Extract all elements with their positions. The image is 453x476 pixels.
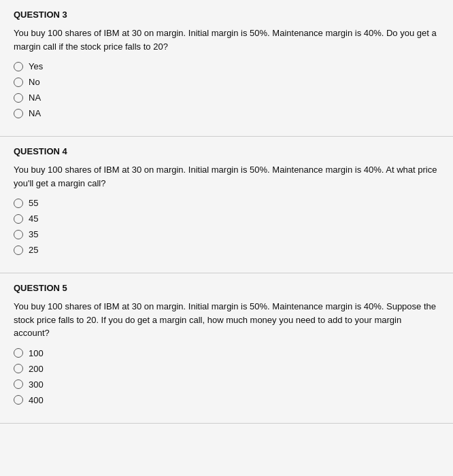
- radio-icon-5-1[interactable]: [14, 364, 23, 373]
- options-list-3: YesNoNANA: [14, 61, 439, 118]
- option-label-5-3: 400: [29, 395, 44, 405]
- option-item-5-2[interactable]: 300: [14, 379, 439, 390]
- question-block-5: QUESTION 5You buy 100 shares of IBM at 3…: [0, 273, 453, 424]
- radio-icon-5-3[interactable]: [14, 395, 23, 405]
- options-list-5: 100200300400: [14, 348, 439, 405]
- question-block-4: QUESTION 4You buy 100 shares of IBM at 3…: [0, 137, 453, 273]
- option-item-4-1[interactable]: 45: [14, 214, 439, 224]
- radio-icon-4-3[interactable]: [14, 245, 23, 255]
- radio-icon-5-2[interactable]: [14, 379, 23, 389]
- option-item-4-0[interactable]: 55: [14, 198, 439, 208]
- options-list-4: 55453525: [14, 198, 439, 255]
- option-label-5-1: 200: [29, 364, 44, 374]
- option-item-5-3[interactable]: 400: [14, 395, 439, 405]
- option-label-4-3: 25: [29, 245, 38, 255]
- option-item-4-3[interactable]: 25: [14, 245, 439, 255]
- radio-icon-4-1[interactable]: [14, 214, 23, 224]
- option-label-3-0: Yes: [29, 61, 43, 71]
- radio-icon-3-0[interactable]: [14, 62, 23, 71]
- option-label-4-2: 35: [29, 229, 38, 239]
- radio-icon-3-3[interactable]: [14, 109, 23, 118]
- question-label-3: QUESTION 3: [14, 10, 439, 20]
- option-label-4-0: 55: [29, 198, 38, 208]
- option-item-5-1[interactable]: 200: [14, 364, 439, 374]
- option-item-3-1[interactable]: No: [14, 77, 439, 87]
- option-label-4-1: 45: [29, 214, 38, 224]
- page-container: QUESTION 3You buy 100 shares of IBM at 3…: [0, 0, 453, 476]
- radio-icon-3-1[interactable]: [14, 78, 23, 87]
- option-item-5-0[interactable]: 100: [14, 348, 439, 358]
- option-item-3-3[interactable]: NA: [14, 108, 439, 118]
- radio-icon-4-2[interactable]: [14, 230, 23, 239]
- radio-icon-5-0[interactable]: [14, 348, 23, 358]
- option-label-3-2: NA: [29, 92, 41, 103]
- radio-icon-3-2[interactable]: [14, 93, 23, 103]
- option-item-3-2[interactable]: NA: [14, 92, 439, 103]
- option-label-3-1: No: [29, 77, 40, 87]
- option-item-3-0[interactable]: Yes: [14, 61, 439, 71]
- question-label-5: QUESTION 5: [14, 283, 439, 293]
- option-label-5-2: 300: [29, 379, 44, 390]
- question-text-4: You buy 100 shares of IBM at 30 on margi…: [14, 163, 439, 190]
- question-text-3: You buy 100 shares of IBM at 30 on margi…: [14, 27, 439, 53]
- option-item-4-2[interactable]: 35: [14, 229, 439, 239]
- option-label-5-0: 100: [29, 348, 44, 358]
- question-block-3: QUESTION 3You buy 100 shares of IBM at 3…: [0, 0, 453, 137]
- question-text-5: You buy 100 shares of IBM at 30 on margi…: [14, 300, 439, 340]
- option-label-3-3: NA: [29, 108, 41, 118]
- radio-icon-4-0[interactable]: [14, 199, 23, 208]
- question-label-4: QUESTION 4: [14, 146, 439, 156]
